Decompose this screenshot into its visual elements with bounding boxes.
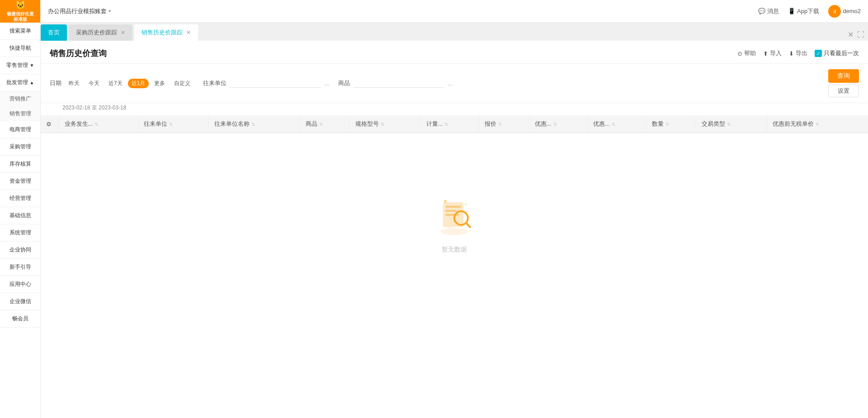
table-col-unit[interactable]: 计量... ⇅ [420,115,479,133]
svg-line-6 [466,223,470,227]
col-goods-label: 商品 [306,120,317,128]
sidebar-item-member[interactable]: 畅会员 [0,310,40,328]
table-col-quote[interactable]: 报价 ⇅ [479,115,529,133]
col-discount2-label: 优惠... [593,120,610,128]
date-range-display: 2023-02-18 至 2023-03-18 [62,104,126,111]
tab-bar-actions: ✕ ⛶ [848,30,868,41]
workspace-selector[interactable]: 办公用品行业模拟账套 ▾ [48,7,111,15]
table-col-settings[interactable]: ⚙ [41,115,59,133]
top-bar-right: 💬 消息 📱 App下载 d demo2 [758,5,861,18]
col-discount1-label: 优惠... [535,120,552,128]
date-btn-today[interactable]: 今天 [85,79,103,88]
tab-close-icon[interactable]: ✕ [186,30,191,35]
username: demo2 [843,8,861,14]
date-btn-custom[interactable]: 自定义 [170,79,194,88]
sidebar-item-ops-mgmt[interactable]: 经营管理 [0,190,40,207]
table-col-qty[interactable]: 数量 ⇅ [646,115,696,133]
query-button[interactable]: 查询 [828,69,859,83]
help-icon: ⊙ [737,50,742,57]
sort-icon: ⇅ [727,122,731,127]
empty-icon [432,193,477,238]
sidebar-item-retail-mgmt[interactable]: 零售管理 ▼ [0,57,40,74]
tab-purchase-history[interactable]: 采购历史价跟踪 ✕ [69,24,132,41]
table-col-trade-type[interactable]: 交易类型 ⇅ [696,115,767,133]
table-col-goods[interactable]: 商品 ⇅ [300,115,350,133]
date-btn-last7days[interactable]: 近7天 [105,79,126,88]
sidebar: 🐱 畅捷信好生意标准版 搜索菜单 快捷导航 零售管理 ▼ 批发管理 ▲ 营销推广… [0,0,41,418]
main-area: 办公用品行业模拟账套 ▾ 💬 消息 📱 App下载 d demo2 首页 [41,0,868,418]
sidebar-item-new-guide[interactable]: 新手引导 [0,259,40,276]
sidebar-item-marketing[interactable]: 营销推广 [0,91,40,106]
partner-filter-group: 往来单位 ... [203,79,329,88]
fullscreen-button[interactable]: ⛶ [857,31,864,39]
user-profile[interactable]: d demo2 [828,5,861,18]
partner-more-icon[interactable]: ... [324,80,329,87]
sidebar-item-inventory[interactable]: 库存核算 [0,156,40,173]
only-last-label: 只看最后一次 [824,49,859,57]
table-col-biz-date[interactable]: 业务发生... ⇅ [59,115,138,133]
goods-input[interactable] [354,79,444,88]
workspace-name: 办公用品行业模拟账套 [48,7,107,15]
table-header-row: ⚙ 业务发生... ⇅ 往来单位 ⇅ [41,115,868,133]
goods-more-icon[interactable]: ... [448,80,453,87]
close-all-tabs-button[interactable]: ✕ [848,30,854,39]
tab-home[interactable]: 首页 [41,24,67,41]
empty-state: 暂无数据 [41,133,868,314]
avatar: d [828,5,841,18]
message-button[interactable]: 💬 消息 [758,7,779,15]
app-download-button[interactable]: 📱 App下载 [788,7,819,15]
table-col-partner-name[interactable]: 往来单位名称 ⇅ [208,115,300,133]
table-col-spec[interactable]: 规格型号 ⇅ [350,115,420,133]
sort-icon: ⇅ [319,122,323,127]
only-last-toggle[interactable]: ✓ 只看最后一次 [815,49,859,57]
sidebar-item-basic-info[interactable]: 基础信息 [0,207,40,224]
sidebar-label: 企业协同 [9,246,31,254]
date-btn-more[interactable]: 更多 [151,79,169,88]
chevron-up-icon: ▲ [30,80,34,85]
sidebar-item-ecom-mgmt[interactable]: 电商管理 [0,121,40,138]
tab-close-icon[interactable]: ✕ [121,30,125,35]
date-btn-last1month[interactable]: 近1月 [128,79,149,88]
goods-filter-group: 商品 ... [338,79,453,88]
sidebar-item-purchase-mgmt[interactable]: 采购管理 [0,138,40,156]
sidebar-item-wholesale-mgmt[interactable]: 批发管理 ▲ [0,74,40,91]
sidebar-item-system-mgmt[interactable]: 系统管理 [0,224,40,242]
sidebar-item-enterprise-wechat[interactable]: 企业微信 [0,293,40,310]
date-btn-yesterday[interactable]: 昨天 [65,79,83,88]
top-bar-left: 办公用品行业模拟账套 ▾ [48,7,111,15]
empty-text: 暂无数据 [442,246,467,254]
sort-icon: ⇅ [665,122,669,127]
sort-icon: ⇅ [381,122,384,127]
table-col-discount2[interactable]: 优惠... ⇅ [588,115,646,133]
col-trade-type-label: 交易类型 [702,120,725,128]
export-button[interactable]: ⬇ 导出 [789,49,807,57]
settings-button[interactable]: 设置 [828,85,859,97]
query-action-group: 查询 设置 [828,69,859,97]
svg-point-9 [467,211,469,212]
table-col-discount1[interactable]: 优惠... ⇅ [529,115,588,133]
sidebar-label: 畅会员 [12,315,28,323]
sidebar-item-search-menu[interactable]: 搜索菜单 [0,23,40,40]
date-filter-group: 日期 昨天 今天 近7天 近1月 更多 自定义 [50,79,194,88]
tab-sales-history[interactable]: 销售历史价跟踪 ✕ [134,24,198,41]
help-button[interactable]: ⊙ 帮助 [737,49,756,57]
partner-input[interactable] [230,79,321,88]
sidebar-item-quick-nav[interactable]: 快捷导航 [0,40,40,57]
tab-home-label: 首页 [48,28,60,37]
app-download-label: App下载 [797,7,819,15]
sidebar-label: 新手引导 [9,263,31,271]
sidebar-item-app-center[interactable]: 应用中心 [0,276,40,293]
table-col-pre-discount-price[interactable]: 优惠前无税单价 ⇅ [767,115,868,133]
help-label: 帮助 [744,49,756,57]
col-qty-label: 数量 [652,120,664,128]
sidebar-label: 系统管理 [9,229,31,237]
sidebar-item-finance-mgmt[interactable]: 资金管理 [0,173,40,190]
sort-icon: ⇅ [612,122,615,127]
sort-icon: ⇅ [816,122,819,127]
import-button[interactable]: ⬆ 导入 [763,49,782,57]
sidebar-item-sales-mgmt[interactable]: 销售管理 [0,106,40,121]
sidebar-item-enterprise-coop[interactable]: 企业协同 [0,242,40,259]
page-title: 销售历史价查询 [50,48,107,59]
sidebar-label: 资金管理 [9,177,31,185]
table-col-partner-code[interactable]: 往来单位 ⇅ [138,115,208,133]
